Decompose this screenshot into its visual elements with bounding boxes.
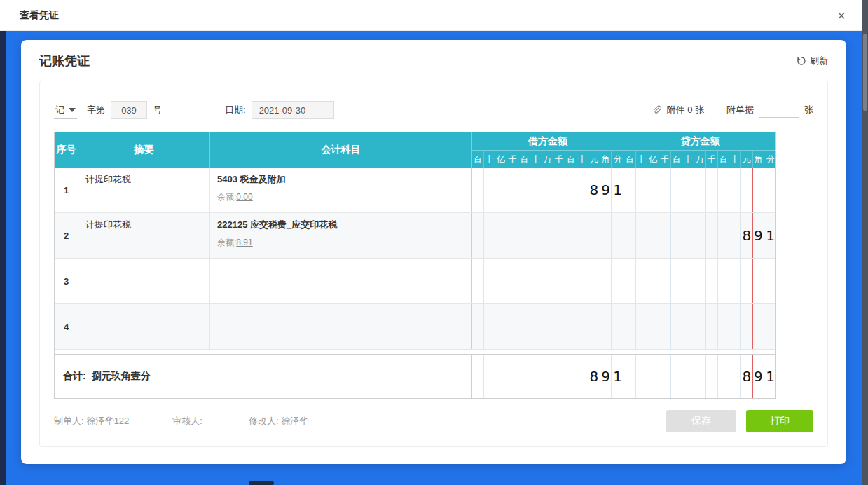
digit-cell: [718, 168, 730, 212]
digit-col-label: 百: [624, 151, 636, 168]
attachment-group: 附件 0 张 附单据 张: [652, 102, 813, 118]
digit-cell: [553, 259, 565, 303]
credit-digits: [624, 168, 776, 212]
digit-cell: [729, 168, 741, 212]
digit-cell: [624, 213, 636, 258]
digit-cell: [764, 168, 776, 212]
table-row[interactable]: 1 计提印花税 5403 税金及附加 余额:0.00 891: [55, 168, 775, 213]
digit-col-label: 十: [577, 151, 589, 168]
dialog-title: 查看凭证: [20, 9, 59, 22]
modifier-info: 修改人: 徐泽华: [249, 415, 309, 428]
digit-col-label: 万: [694, 151, 706, 168]
col-header-seq: 序号: [55, 132, 78, 168]
digit-cell: [694, 213, 706, 258]
digit-col-label: 万: [542, 151, 554, 168]
page-scrollbar[interactable]: [862, 0, 868, 485]
digit-col-label: 百: [718, 151, 730, 168]
digit-cell: [577, 213, 589, 258]
zhang-label: 张: [804, 104, 813, 116]
action-buttons: 保存 打印: [666, 410, 813, 432]
digit-cell: [764, 259, 776, 303]
digit-cell: [472, 304, 484, 349]
voucher-type-label: 记: [55, 104, 64, 116]
digit-cell: [729, 213, 741, 258]
table-row[interactable]: 3: [55, 259, 775, 304]
table-row[interactable]: 4: [55, 304, 775, 350]
digit-cell: [706, 355, 718, 398]
digit-cell: [588, 213, 600, 258]
scrollbar-thumb[interactable]: [863, 34, 867, 111]
digit-col-label: 千: [553, 151, 565, 168]
total-amount-words: 捌元玖角壹分: [92, 370, 151, 383]
digit-cell: [671, 355, 683, 398]
fudanju-input[interactable]: [759, 102, 799, 118]
total-label: 合计:: [63, 370, 86, 383]
digit-cell: [624, 304, 636, 349]
preparer-info: 制单人: 徐泽华122: [54, 415, 129, 428]
digit-cell: [682, 259, 694, 303]
digit-cell: [659, 259, 671, 303]
digit-cell: 1: [764, 213, 776, 258]
row-seq: 4: [55, 304, 78, 349]
digit-col-label: 亿: [495, 151, 507, 168]
digit-cell: [636, 213, 648, 258]
balance-value[interactable]: 0.00: [236, 192, 252, 202]
digit-cell: [577, 168, 589, 212]
date-label: 日期:: [225, 104, 246, 116]
save-button[interactable]: 保存: [666, 410, 736, 432]
digit-cell: [542, 355, 554, 398]
hao-label: 号: [153, 104, 162, 116]
digit-col-label: 十: [636, 151, 648, 168]
close-icon[interactable]: ×: [834, 7, 848, 24]
digit-cell: [753, 168, 765, 212]
digit-cell: [753, 259, 765, 303]
total-label-cell: 合计: 捌元玖角壹分: [55, 355, 472, 398]
digit-cell: [484, 355, 496, 398]
digit-cell: [530, 168, 542, 212]
digit-cell: [753, 304, 765, 349]
credit-digit-labels: 百十亿千百十万千百十元角分: [624, 151, 776, 168]
row-summary: [78, 304, 210, 349]
horizontal-scrollbar-thumb[interactable]: [249, 481, 274, 485]
digit-cell: 8: [588, 355, 600, 398]
page-title: 记账凭证: [39, 53, 90, 69]
balance-label: 余额:: [217, 238, 236, 247]
digit-cell: [495, 355, 507, 398]
date-input[interactable]: [252, 101, 334, 119]
digit-cell: [706, 304, 718, 349]
digit-col-label: 十: [729, 151, 741, 168]
digit-col-label: 元: [741, 151, 753, 168]
attachment-count-label[interactable]: 附件 0 张: [667, 104, 704, 116]
digit-cell: 9: [600, 355, 612, 398]
row-account-cell: 222125 应交税费_应交印花税 余额:8.91: [210, 213, 472, 258]
digit-cell: [694, 168, 706, 212]
digit-cell: [495, 259, 507, 303]
voucher-type-dropdown[interactable]: 记: [54, 102, 77, 119]
digit-col-label: 元: [588, 151, 600, 168]
digit-cell: [542, 213, 554, 258]
row-account-cell: 5403 税金及附加 余额:0.00: [210, 168, 472, 212]
table-spacer: [55, 350, 775, 355]
digit-cell: [729, 259, 741, 303]
zi-di-label: 字第: [87, 104, 105, 116]
refresh-button[interactable]: 刷新: [797, 55, 828, 67]
digit-cell: [647, 213, 659, 258]
digit-cell: [518, 355, 530, 398]
digit-cell: [682, 213, 694, 258]
row-account-cell: [210, 259, 472, 303]
row-seq: 1: [55, 168, 78, 212]
digit-cell: 1: [612, 168, 624, 212]
balance-label: 余额:: [217, 192, 236, 202]
digit-cell: [729, 304, 741, 349]
digit-col-label: 角: [600, 151, 612, 168]
balance-value[interactable]: 8.91: [236, 238, 252, 247]
digit-cell: [624, 168, 636, 212]
print-button[interactable]: 打印: [746, 410, 813, 432]
digit-cell: 9: [753, 213, 765, 258]
table-row[interactable]: 2 计提印花税 222125 应交税费_应交印花税 余额:8.91 891: [55, 213, 775, 259]
digit-cell: [636, 355, 648, 398]
digit-cell: [741, 304, 753, 349]
debit-digits: [472, 213, 624, 258]
voucher-number-input[interactable]: [111, 101, 147, 119]
account-balance: 余额:8.91: [217, 237, 464, 249]
